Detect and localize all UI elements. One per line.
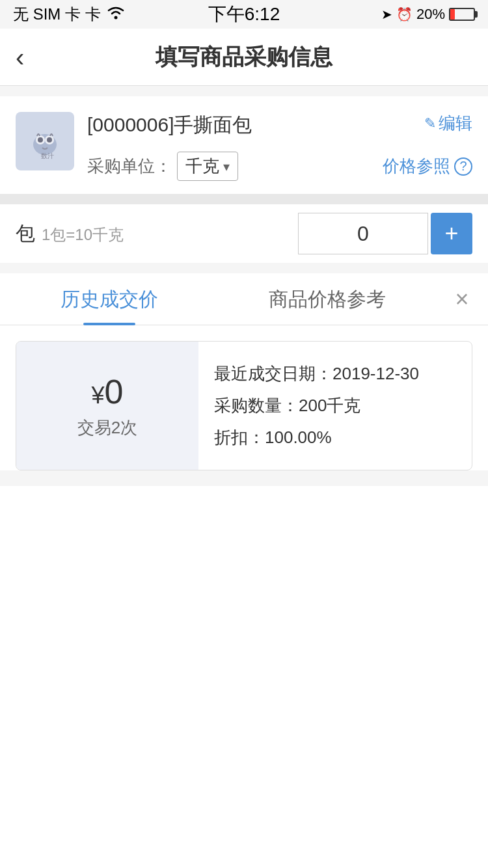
tabs-close-button[interactable]: × bbox=[436, 273, 488, 325]
unit-select-dropdown[interactable]: 千克 ▾ bbox=[177, 152, 238, 181]
quantity-section: 包 1包=10千克 + bbox=[0, 204, 488, 263]
location-icon: ➤ bbox=[381, 7, 392, 22]
purchase-qty-row: 采购数量：200千克 bbox=[214, 394, 456, 417]
discount-row: 折扣：100.00% bbox=[214, 426, 456, 449]
battery-icon bbox=[449, 8, 475, 21]
currency-symbol: ¥ bbox=[92, 382, 105, 409]
purchase-qty-label: 采购数量： bbox=[214, 396, 299, 415]
conversion-label: 1包=10千克 bbox=[42, 224, 124, 245]
transaction-count: 交易2次 bbox=[77, 416, 137, 439]
dropdown-arrow-icon: ▾ bbox=[223, 159, 230, 174]
back-button[interactable]: ‹ bbox=[16, 44, 24, 70]
price-amount: ¥0 bbox=[92, 372, 124, 411]
battery-percent: 20% bbox=[416, 6, 445, 23]
unit-left: 采购单位： 千克 ▾ bbox=[87, 152, 238, 181]
empty-area bbox=[0, 486, 488, 868]
discount-value: 100.00% bbox=[265, 427, 332, 447]
edit-icon: ✎ bbox=[424, 115, 436, 132]
price-details: 最近成交日期：2019-12-30 采购数量：200千克 折扣：100.00% bbox=[198, 342, 472, 470]
price-ref-label: 价格参照 bbox=[383, 155, 450, 178]
status-bar: 无 SIM 卡 卡 下午6:12 ➤ ⏰ 20% bbox=[0, 0, 488, 29]
tab-price-reference[interactable]: 商品价格参考 bbox=[218, 273, 436, 325]
recent-date-value: 2019-12-30 bbox=[332, 364, 419, 383]
help-icon: ? bbox=[454, 157, 472, 176]
tabs-section: 历史成交价 商品价格参考 × ¥0 交易2次 最近成交日期：2019-12-30… bbox=[0, 273, 488, 470]
wifi-icon bbox=[106, 5, 126, 23]
unit-row: 采购单位： 千克 ▾ 价格参照 ? bbox=[87, 152, 472, 181]
quantity-control: + bbox=[298, 213, 472, 254]
package-unit: 包 bbox=[16, 221, 35, 247]
product-name: [0000006]手撕面包 bbox=[87, 112, 424, 139]
unit-value: 千克 bbox=[185, 155, 219, 178]
sim-label: 无 SIM 卡 卡 bbox=[13, 4, 101, 25]
unit-label: 采购单位： bbox=[87, 155, 172, 178]
svg-point-4 bbox=[38, 137, 43, 142]
quantity-label: 包 1包=10千克 bbox=[16, 221, 124, 247]
recent-date-label: 最近成交日期： bbox=[214, 364, 332, 383]
price-reference-button[interactable]: 价格参照 ? bbox=[383, 155, 472, 178]
quantity-add-button[interactable]: + bbox=[431, 213, 472, 254]
svg-point-5 bbox=[47, 137, 52, 142]
purchase-qty-value: 200千克 bbox=[299, 396, 360, 415]
product-info: [0000006]手撕面包 ✎ 编辑 采购单位： 千克 ▾ 价格参照 ? bbox=[87, 112, 472, 181]
product-section: 数汁 [0000006]手撕面包 ✎ 编辑 采购单位： 千克 ▾ bbox=[0, 96, 488, 194]
status-right: ➤ ⏰ 20% bbox=[381, 6, 475, 23]
discount-label: 折扣： bbox=[214, 427, 265, 447]
status-time: 下午6:12 bbox=[208, 2, 280, 27]
edit-button[interactable]: ✎ 编辑 bbox=[424, 112, 472, 135]
price-summary: ¥0 交易2次 bbox=[16, 342, 198, 470]
product-row: 数汁 [0000006]手撕面包 ✎ 编辑 采购单位： 千克 ▾ bbox=[16, 112, 472, 181]
recent-date-row: 最近成交日期：2019-12-30 bbox=[214, 362, 456, 385]
tabs-header: 历史成交价 商品价格参考 × bbox=[0, 273, 488, 325]
page-title: 填写商品采购信息 bbox=[156, 42, 332, 72]
status-left: 无 SIM 卡 卡 bbox=[13, 4, 126, 25]
svg-point-0 bbox=[114, 16, 117, 20]
nav-bar: ‹ 填写商品采购信息 bbox=[0, 29, 488, 86]
product-thumbnail: 数汁 bbox=[16, 112, 74, 170]
tab-history-price[interactable]: 历史成交价 bbox=[0, 273, 218, 325]
divider bbox=[0, 194, 488, 204]
quantity-input[interactable] bbox=[298, 213, 428, 254]
svg-text:数汁: 数汁 bbox=[41, 152, 54, 159]
alarm-icon: ⏰ bbox=[396, 7, 413, 22]
product-name-row: [0000006]手撕面包 ✎ 编辑 bbox=[87, 112, 472, 139]
price-card: ¥0 交易2次 最近成交日期：2019-12-30 采购数量：200千克 折扣：… bbox=[16, 341, 472, 470]
